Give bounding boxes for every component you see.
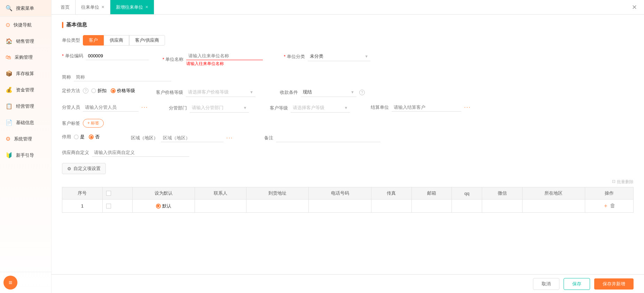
tab-home[interactable]: 首页 bbox=[55, 0, 76, 14]
tag-row: 客户标签 + 标签 bbox=[62, 119, 634, 128]
add-row-button[interactable]: ＋ bbox=[603, 202, 608, 210]
cancel-button[interactable]: 取消 bbox=[533, 278, 559, 290]
payment-select[interactable]: 现结 ▼ bbox=[301, 88, 356, 97]
category-field: 单位分类 未分类 ▼ bbox=[284, 52, 370, 61]
pricing-row: 定价方法 ? 折扣 价格等级 客户价格等级 请选择客户价格等级 bbox=[62, 88, 634, 97]
custom-settings-button[interactable]: ⚙ 自定义项设置 bbox=[62, 163, 106, 174]
department-label: 分管部门 bbox=[169, 105, 187, 111]
disable-yes-radio[interactable] bbox=[74, 135, 79, 139]
sidebar-item-sales[interactable]: 🏠 销售管理 bbox=[0, 33, 51, 49]
sidebar-item-label: 搜索菜单 bbox=[16, 5, 34, 11]
sidebar-item-quick-nav[interactable]: ⊙ 快捷导航 bbox=[0, 17, 51, 33]
section-basic-info: 基本信息 bbox=[62, 22, 634, 28]
pricing-discount-option[interactable]: 折扣 bbox=[91, 88, 107, 94]
sidebar-item-stock[interactable]: 📦 库存核算 bbox=[0, 65, 51, 82]
section-title: 基本信息 bbox=[66, 22, 87, 28]
tab-partners[interactable]: 往来单位 ✕ bbox=[76, 0, 110, 14]
row-region bbox=[523, 200, 585, 213]
department-select[interactable]: 请输入分管部门 ▼ bbox=[190, 103, 249, 113]
name-error-wrapper: 请输入往来单位名称 bbox=[186, 52, 263, 67]
row-default-radio[interactable]: 默认 bbox=[136, 203, 191, 209]
manager-input[interactable] bbox=[83, 103, 139, 112]
row-qq bbox=[452, 200, 482, 213]
close-tab-new-partner-icon[interactable]: ✕ bbox=[145, 5, 148, 9]
disable-field: 停用 是 否 bbox=[62, 134, 100, 140]
row-check bbox=[102, 200, 132, 213]
region-field: 区域（地区） ··· bbox=[131, 134, 233, 142]
select-all-checkbox[interactable] bbox=[106, 191, 111, 196]
unit-type-both-btn[interactable]: 客户/供应商 bbox=[129, 35, 165, 46]
tab-new-partner[interactable]: 新增往来单位 ✕ bbox=[110, 0, 154, 14]
customer-price-select[interactable]: 请选择客户价格等级 ▼ bbox=[186, 88, 256, 97]
department-field: 分管部门 请输入分管部门 ▼ bbox=[169, 103, 249, 113]
settlement-input[interactable] bbox=[392, 103, 461, 112]
region-label: 区域（地区） bbox=[131, 135, 158, 141]
chevron-down-icon: ▼ bbox=[250, 90, 253, 94]
col-contact: 联系人 bbox=[195, 187, 246, 200]
payment-value: 现结 bbox=[303, 89, 348, 95]
category-select[interactable]: 未分类 ▼ bbox=[308, 52, 370, 61]
disable-yes-option[interactable]: 是 bbox=[74, 134, 85, 140]
row-fax bbox=[371, 200, 411, 213]
row-no: 1 bbox=[62, 200, 103, 213]
customer-level-select[interactable]: 请选择客户等级 ▼ bbox=[291, 103, 350, 113]
pricing-level-label: 价格等级 bbox=[117, 88, 135, 94]
pricing-level-radio[interactable] bbox=[111, 88, 116, 93]
region-more-icon[interactable]: ··· bbox=[226, 135, 233, 141]
sidebar-item-label: 销售管理 bbox=[16, 38, 34, 44]
manager-label: 分管人员 bbox=[62, 104, 80, 111]
row-default: 默认 bbox=[132, 200, 195, 213]
short-name-row: 简称 bbox=[62, 73, 634, 81]
sidebar-item-finance[interactable]: 💰 资金管理 bbox=[0, 82, 51, 98]
settlement-more-icon[interactable]: ··· bbox=[464, 104, 471, 111]
form-footer: 取消 保存 保存并新增 bbox=[52, 274, 644, 293]
manager-more-icon[interactable]: ··· bbox=[141, 104, 148, 111]
pricing-info-icon[interactable]: ? bbox=[83, 88, 88, 93]
delete-row-button[interactable]: 🗑 bbox=[610, 203, 615, 209]
batch-delete-label[interactable]: 批量删除 bbox=[617, 179, 634, 185]
close-window-button[interactable]: ✕ bbox=[628, 3, 641, 11]
disable-no-radio[interactable] bbox=[89, 135, 94, 139]
tab-partners-label: 往来单位 bbox=[81, 4, 99, 10]
disable-row: 停用 是 否 区域（地区） ··· 备注 bbox=[62, 134, 634, 142]
save-button[interactable]: 保存 bbox=[564, 278, 590, 290]
payment-info-icon[interactable]: ? bbox=[359, 90, 365, 95]
col-fax: 传真 bbox=[371, 187, 411, 200]
save-and-new-button[interactable]: 保存并新增 bbox=[594, 278, 634, 290]
add-tag-button[interactable]: + 标签 bbox=[83, 119, 104, 128]
supplier-custom-input[interactable] bbox=[92, 148, 189, 157]
sidebar-item-guide[interactable]: 🔰 新手引导 bbox=[0, 147, 51, 163]
supplier-custom-field: 供应商自定义 bbox=[62, 148, 189, 157]
pricing-label: 定价方法 bbox=[62, 88, 80, 94]
sidebar-item-operation[interactable]: 📋 经营管理 bbox=[0, 98, 51, 114]
col-no: 序号 bbox=[62, 187, 103, 200]
row-checkbox[interactable] bbox=[106, 204, 111, 209]
region-input[interactable] bbox=[161, 134, 223, 142]
sidebar-item-system[interactable]: ⚙ 系统管理 bbox=[0, 131, 51, 147]
pricing-discount-radio[interactable] bbox=[91, 88, 96, 93]
unit-type-field: 单位类型 客户 供应商 客户/供应商 bbox=[62, 35, 165, 46]
pricing-level-option[interactable]: 价格等级 bbox=[111, 88, 135, 94]
nav-icon: ⊙ bbox=[6, 22, 10, 28]
disable-no-option[interactable]: 否 bbox=[89, 134, 100, 140]
unit-type-supplier-btn[interactable]: 供应商 bbox=[104, 35, 129, 46]
customer-price-label: 客户价格等级 bbox=[156, 89, 183, 96]
sidebar-item-purchase[interactable]: 🛍 采购管理 bbox=[0, 49, 51, 65]
close-tab-partners-icon[interactable]: ✕ bbox=[101, 5, 104, 9]
remark-input[interactable] bbox=[276, 134, 380, 142]
unit-type-customer-btn[interactable]: 客户 bbox=[83, 35, 104, 46]
short-name-input[interactable] bbox=[74, 73, 171, 81]
name-input[interactable] bbox=[186, 52, 263, 60]
sidebar: 🔍 搜索菜单 ⊙ 快捷导航 🏠 销售管理 🛍 采购管理 📦 库存核算 💰 资金管… bbox=[0, 0, 52, 293]
sidebar-expand-btn[interactable]: ≡ bbox=[3, 276, 17, 290]
sidebar-item-search[interactable]: 🔍 搜索菜单 bbox=[0, 0, 51, 17]
code-name-category-row: 单位编码 单位名称 请输入往来单位名称 单位分类 未分类 ▼ bbox=[62, 52, 634, 67]
finance-icon: 💰 bbox=[6, 87, 13, 93]
disable-no-label: 否 bbox=[95, 134, 100, 140]
tabbar: 首页 往来单位 ✕ 新增往来单位 ✕ ✕ bbox=[52, 0, 644, 15]
code-input[interactable] bbox=[86, 52, 149, 60]
sidebar-item-basic[interactable]: 📄 基础信息 bbox=[0, 114, 51, 131]
default-radio-circle[interactable] bbox=[156, 204, 161, 209]
settlement-field: 结算单位 ··· bbox=[371, 103, 471, 112]
tag-label: 客户标签 bbox=[62, 120, 80, 127]
